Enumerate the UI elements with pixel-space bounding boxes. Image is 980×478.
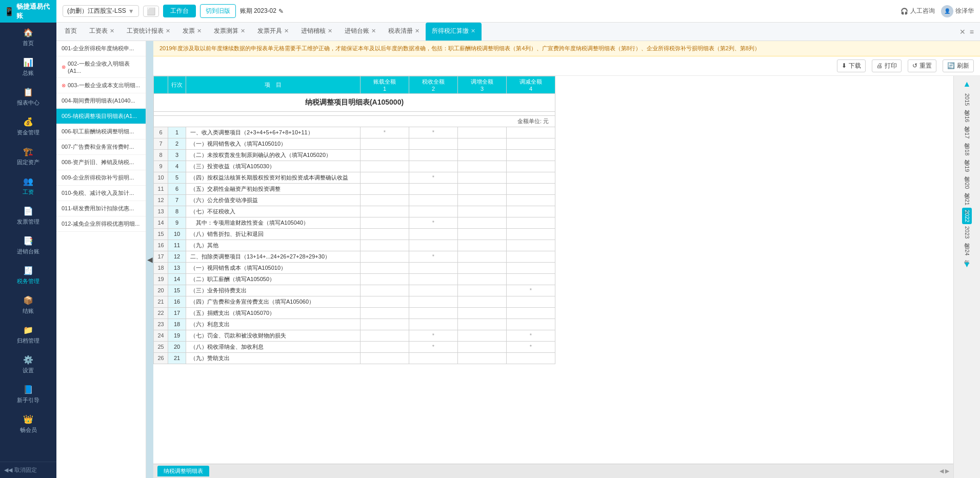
form-list-item-2[interactable]: ⊗003-一般企业成本支出明细... <box>56 78 146 93</box>
sidebar-item-1[interactable]: 📊总账 <box>0 52 56 82</box>
tab-1[interactable]: 工资表✕ <box>83 23 121 41</box>
cell-r6-c3[interactable] <box>507 194 555 206</box>
cell-r15-c0[interactable] <box>361 296 409 307</box>
workbench-btn[interactable]: 工作台 <box>163 5 196 17</box>
cell-r19-c1[interactable]: * <box>409 341 458 352</box>
cell-r15-c1[interactable] <box>409 296 458 307</box>
tab-6[interactable]: 进销稽核✕ <box>295 23 338 41</box>
company-select[interactable]: (勿删）江西股宝-LSS ▼ <box>63 5 139 17</box>
cell-r1-c1[interactable] <box>409 138 458 149</box>
print-btn[interactable]: 🖨 打印 <box>872 59 902 72</box>
close-all-tabs-btn[interactable]: ✕ ≡ <box>955 28 978 36</box>
form-list-item-4[interactable]: 005-纳税调整项目明细表(A1... <box>56 109 146 124</box>
sidebar-item-4[interactable]: 🏗️固定资产 <box>0 142 56 171</box>
cell-r8-c0[interactable] <box>361 217 409 228</box>
table-scroll-area[interactable]: 行次项 目账载全额1税收全额2调增全额3调减全额4 纳税调整项目明细表(A105… <box>153 76 953 464</box>
year-item-8[interactable]: 2023年 <box>962 224 972 241</box>
cell-r18-c2[interactable] <box>458 330 507 341</box>
tab-close-3[interactable]: ✕ <box>197 28 202 34</box>
cell-r19-c3[interactable]: * <box>507 341 555 352</box>
sidebar-item-5[interactable]: 👥工资 <box>0 171 56 201</box>
tab-0[interactable]: 首页 <box>58 23 83 41</box>
cell-r16-c0[interactable] <box>361 307 409 318</box>
cell-r4-c1[interactable]: * <box>409 172 458 183</box>
cell-r10-c0[interactable] <box>361 240 409 251</box>
cell-r15-c2[interactable] <box>458 296 507 307</box>
cell-r20-c3[interactable] <box>507 352 555 364</box>
cell-r7-c0[interactable] <box>361 206 409 217</box>
form-list-item-6[interactable]: 007-广告费和业务宣传费时... <box>56 140 146 155</box>
cell-r1-c0[interactable] <box>361 138 409 149</box>
year-item-4[interactable]: 2019年 <box>962 157 972 174</box>
tab-7[interactable]: 进销台账✕ <box>338 23 382 41</box>
cell-r13-c1[interactable] <box>409 273 458 285</box>
year-item-7[interactable]: 2022年 <box>962 208 972 224</box>
tab-8[interactable]: 税表清册✕ <box>382 23 426 41</box>
cell-r0-c3[interactable] <box>507 127 555 138</box>
cell-r19-c2[interactable] <box>458 341 507 352</box>
cell-r17-c2[interactable] <box>458 318 507 330</box>
user-menu[interactable]: 👤 徐泽华 <box>941 5 974 17</box>
cell-r13-c0[interactable] <box>361 273 409 285</box>
cell-r4-c3[interactable] <box>507 172 555 183</box>
cell-r16-c1[interactable] <box>409 307 458 318</box>
cell-r18-c1[interactable]: * <box>409 330 458 341</box>
sidebar-item-0[interactable]: 🏠首页 <box>0 23 56 52</box>
sidebar-item-3[interactable]: 💰资金管理 <box>0 112 56 142</box>
sidebar-item-7[interactable]: 📑进销台账 <box>0 231 56 261</box>
cell-r14-c1[interactable] <box>409 285 458 296</box>
cell-r5-c1[interactable] <box>409 183 458 194</box>
cell-r13-c3[interactable] <box>507 273 555 285</box>
year-up-btn[interactable]: ▲ <box>962 78 973 90</box>
copy-icon-btn[interactable]: ⬜ <box>143 6 159 17</box>
year-item-9[interactable]: 2024年 <box>962 241 972 257</box>
cell-r20-c2[interactable] <box>458 352 507 364</box>
form-list-item-3[interactable]: 004-期间费用明细表(A1040... <box>56 93 146 109</box>
sidebar-item-9[interactable]: 📦结账 <box>0 290 56 320</box>
cell-r14-c3[interactable]: * <box>507 285 555 296</box>
cell-r6-c0[interactable] <box>361 194 409 206</box>
cell-r5-c3[interactable] <box>507 183 555 194</box>
cell-r15-c3[interactable] <box>507 296 555 307</box>
cell-r4-c2[interactable] <box>458 172 507 183</box>
cell-r17-c3[interactable] <box>507 318 555 330</box>
cell-r9-c1[interactable] <box>409 228 458 240</box>
cell-r7-c3[interactable] <box>507 206 555 217</box>
tab-close-5[interactable]: ✕ <box>284 28 289 34</box>
cell-r14-c2[interactable] <box>458 285 507 296</box>
old-version-btn[interactable]: 切到旧版 <box>200 4 236 18</box>
cell-r17-c1[interactable] <box>409 318 458 330</box>
cell-r3-c3[interactable] <box>507 161 555 172</box>
cell-r16-c3[interactable] <box>507 307 555 318</box>
refresh-btn[interactable]: 🔄 刷新 <box>943 59 974 72</box>
cell-r5-c2[interactable] <box>458 183 507 194</box>
cell-r14-c0[interactable] <box>361 285 409 296</box>
cell-r12-c2[interactable] <box>458 262 507 273</box>
cell-r0-c2[interactable] <box>458 127 507 138</box>
cell-r13-c2[interactable] <box>458 273 507 285</box>
form-list-item-1[interactable]: ⊗002-一般企业收入明细表(A1... <box>56 56 146 78</box>
year-item-0[interactable]: 2015年 <box>962 91 972 108</box>
form-list-item-9[interactable]: 010-免税、减计收入及加计... <box>56 186 146 201</box>
cell-r17-c0[interactable] <box>361 318 409 330</box>
form-list-item-10[interactable]: 011-研发费用加计扣除优惠... <box>56 201 146 216</box>
cell-r8-c3[interactable] <box>507 217 555 228</box>
reset-btn[interactable]: ↺ 重置 <box>908 59 936 72</box>
cell-r20-c0[interactable] <box>361 352 409 364</box>
year-item-5[interactable]: 2020年 <box>962 174 972 191</box>
cell-r12-c1[interactable] <box>409 262 458 273</box>
year-item-1[interactable]: 2016年 <box>962 108 972 124</box>
year-item-3[interactable]: 2018年 <box>962 141 972 157</box>
cell-r7-c1[interactable] <box>409 206 458 217</box>
sidebar-item-13[interactable]: 👑畅会员 <box>0 409 56 439</box>
tab-5[interactable]: 发票开具✕ <box>251 23 295 41</box>
tab-close-7[interactable]: ✕ <box>371 28 376 34</box>
cell-r12-c0[interactable] <box>361 262 409 273</box>
form-list-item-7[interactable]: 008-资产折旧、摊销及纳税... <box>56 155 146 170</box>
form-list-item-11[interactable]: 012-减免企业所得税优惠明细... <box>56 216 146 232</box>
download-btn[interactable]: ⬇ 下载 <box>837 59 866 72</box>
cell-r11-c0[interactable] <box>361 251 409 262</box>
cell-r6-c2[interactable] <box>458 194 507 206</box>
year-down-btn[interactable]: ▼ <box>962 258 973 271</box>
sidebar-item-6[interactable]: 📄发票管理 <box>0 201 56 231</box>
